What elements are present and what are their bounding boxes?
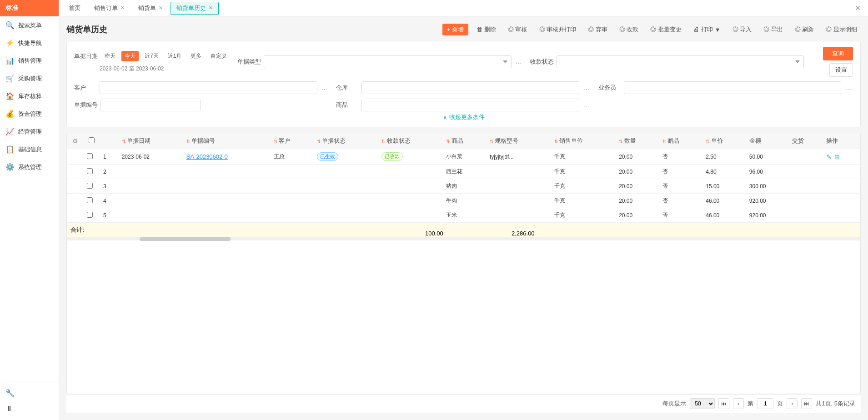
select-all-checkbox[interactable] <box>89 137 95 143</box>
discard-button[interactable]: ◎ 弃审 <box>584 24 611 35</box>
last-page-button[interactable]: ⏭ <box>801 398 812 409</box>
goods-dots[interactable]: ... <box>582 101 591 109</box>
pause-bottom-icon: ⏸ <box>5 405 13 413</box>
page-number-input[interactable] <box>757 398 773 409</box>
th-transaction: 交货 <box>788 133 823 149</box>
date-btn-1month[interactable]: 近1月 <box>165 51 185 61</box>
th-doc-no[interactable]: ⇅ 单据编号 <box>183 133 270 149</box>
collect-button[interactable]: ◎ 收款 <box>616 24 642 35</box>
batch-change-button[interactable]: ◎ 批量变更 <box>647 24 685 35</box>
next-page-button[interactable]: › <box>787 398 798 409</box>
goods-input[interactable] <box>361 99 579 111</box>
row-checkbox[interactable] <box>87 212 93 218</box>
sidebar-item-sales-mgmt[interactable]: 📊 销售管理 <box>0 52 59 70</box>
salesperson-dots[interactable]: ... <box>844 84 853 91</box>
sidebar-item-finance-mgmt[interactable]: 💰 资金管理 <box>0 105 59 123</box>
quick-nav-icon: ⚡ <box>5 39 15 47</box>
row-checkbox[interactable] <box>87 197 93 203</box>
row-checkbox[interactable] <box>87 153 93 159</box>
first-page-button[interactable]: ⏮ <box>718 398 729 409</box>
doc-type-dots[interactable]: ... <box>514 58 523 65</box>
close-sales-history-tab[interactable]: ✕ <box>209 5 213 11</box>
td-collect-status <box>378 165 442 179</box>
th-goods[interactable]: ⇅ 商品 <box>442 133 486 149</box>
td-spec <box>486 165 551 179</box>
import-button[interactable]: ◎ 导入 <box>729 24 756 35</box>
th-doc-status[interactable]: ⇅ 单据状态 <box>313 133 378 149</box>
refresh-button[interactable]: ◎ 刷新 <box>791 24 818 35</box>
doc-type-select[interactable] <box>264 55 511 68</box>
salesperson-input[interactable] <box>624 81 842 94</box>
td-doc-date: 2023-06-02 <box>118 149 183 165</box>
sidebar-bottom-pause[interactable]: ⏸ <box>0 401 59 416</box>
filter-panel: 单据日期 昨天 今天 近7天 近1月 更多 自定义 2023-06-02 至 2… <box>66 41 861 127</box>
th-customer[interactable]: ⇅ 客户 <box>270 133 314 149</box>
close-sales-goods-tab[interactable]: ✕ <box>159 5 163 11</box>
sidebar-item-ops-mgmt[interactable]: 📈 经营管理 <box>0 123 59 140</box>
new-button[interactable]: + 新增 <box>442 24 468 35</box>
collect-status-select[interactable] <box>557 55 804 68</box>
settings-button[interactable]: 设置 <box>829 63 853 77</box>
tab-sales-goods[interactable]: 销货单 ✕ <box>132 2 169 15</box>
inventory-icon: 🏠 <box>5 92 15 100</box>
sidebar-bottom-settings[interactable]: 🔧 <box>0 385 59 401</box>
collapse-button[interactable]: ∧ 收起更多条件 <box>74 113 853 121</box>
sidebar-item-inventory[interactable]: 🏠 库存核算 <box>0 87 59 105</box>
th-qty[interactable]: ⇅ 数量 <box>615 133 659 149</box>
edit-icon[interactable]: ✎ <box>826 153 832 160</box>
delete-button[interactable]: 🗑 删除 <box>473 24 500 35</box>
sort-gift-icon: ⇅ <box>662 139 666 144</box>
tab-home[interactable]: 首页 <box>63 2 86 15</box>
td-index: 1 <box>100 149 118 165</box>
td-doc-status <box>313 179 378 194</box>
gear-icon[interactable]: ⚙ <box>72 137 78 145</box>
th-doc-date[interactable]: ⇅ 单据日期 <box>118 133 183 149</box>
td-settings <box>67 165 83 179</box>
purchase-mgmt-icon: 🛒 <box>5 74 15 83</box>
prev-page-button[interactable]: ‹ <box>733 398 744 409</box>
th-settings[interactable]: ⚙ <box>67 133 83 149</box>
td-operation <box>823 194 860 208</box>
sidebar-item-purchase-mgmt[interactable]: 🛒 采购管理 <box>0 70 59 87</box>
export-button[interactable]: ◎ 导出 <box>760 24 787 35</box>
td-unit: 千克 <box>551 194 615 208</box>
doc-number-input[interactable] <box>100 99 201 111</box>
tab-sales-history[interactable]: 销货单历史 ✕ <box>171 2 219 15</box>
date-btn-more[interactable]: 更多 <box>187 51 205 61</box>
customer-input[interactable] <box>100 81 317 94</box>
th-collect-status[interactable]: ⇅ 收款状态 <box>378 133 442 149</box>
tab-bar-close[interactable]: ✕ <box>851 4 864 12</box>
th-gift[interactable]: ⇅ 赠品 <box>659 133 702 149</box>
page-size-select[interactable]: 20 50 100 <box>690 398 715 409</box>
date-btn-today[interactable]: 今天 <box>121 51 139 61</box>
sidebar-item-search-menu[interactable]: 🔍 搜索菜单 <box>0 16 59 34</box>
warehouse-dots[interactable]: ... <box>582 84 591 91</box>
audit-print-button[interactable]: ◎ 审核并打印 <box>536 24 580 35</box>
sidebar-item-quick-nav[interactable]: ⚡ 快捷导航 <box>0 34 59 52</box>
customer-dots[interactable]: ... <box>320 84 329 91</box>
warehouse-input[interactable] <box>361 81 579 94</box>
row-checkbox[interactable] <box>87 168 93 174</box>
date-btn-7days[interactable]: 近7天 <box>141 51 162 61</box>
table-scrollbar-thumb[interactable] <box>140 237 231 241</box>
print-button[interactable]: 🖨 打印 ▼ <box>690 24 724 35</box>
row-checkbox[interactable] <box>87 183 93 189</box>
date-btn-custom[interactable]: 自定义 <box>207 51 230 61</box>
close-sales-order-tab[interactable]: ✕ <box>120 5 125 11</box>
th-checkbox <box>83 133 100 149</box>
more-icon[interactable]: ⊞ <box>834 153 840 160</box>
table-scrollbar-track[interactable] <box>67 237 860 240</box>
th-spec[interactable]: ⇅ 规格型号 <box>486 133 551 149</box>
td-checkbox <box>83 194 100 208</box>
sidebar-item-sys-mgmt[interactable]: ⚙️ 系统管理 <box>0 158 59 176</box>
td-doc-date <box>118 179 183 194</box>
query-button[interactable]: 查询 <box>823 47 853 60</box>
th-unit[interactable]: ⇅ 销售单位 <box>551 133 615 149</box>
audit-button[interactable]: ◎ 审核 <box>504 24 531 35</box>
show-detail-button[interactable]: ◎ 显示明细 <box>822 24 861 35</box>
sidebar-item-basic-info[interactable]: 📋 基础信息 <box>0 140 59 158</box>
th-unit-price[interactable]: ⇅ 单价 <box>702 133 746 149</box>
doc-no-link[interactable]: SA-20230602-0 <box>186 153 228 160</box>
tab-sales-order[interactable]: 销售订单 ✕ <box>88 2 130 15</box>
date-btn-yesterday[interactable]: 昨天 <box>101 51 119 61</box>
